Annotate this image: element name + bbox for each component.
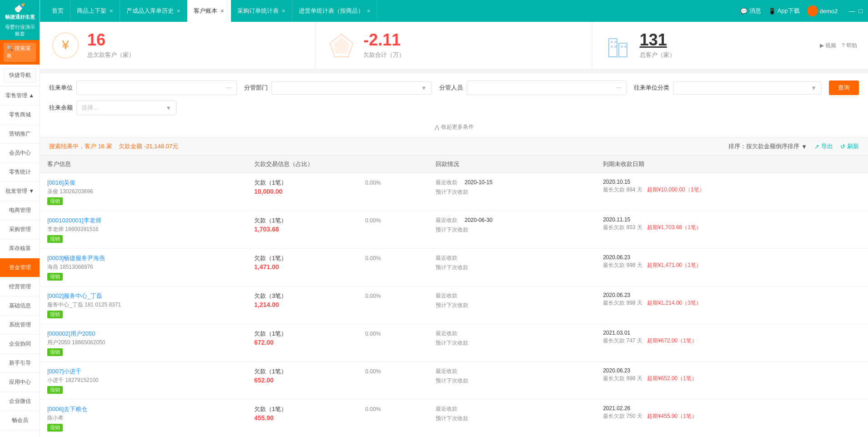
sidebar-item-enterprise-collab[interactable]: 企业协同 bbox=[0, 335, 40, 354]
customer-name-link[interactable]: [0006]去下粮仓 bbox=[47, 405, 240, 413]
collapse-btn[interactable]: ⋀ 收起更多条件 bbox=[49, 121, 859, 134]
filter-dept-select[interactable]: ▼ bbox=[271, 81, 432, 95]
customer-name-link[interactable]: [0002]服务中心_丁磊 bbox=[47, 292, 240, 300]
sidebar-item-wechat[interactable]: 企业微信 bbox=[0, 392, 40, 411]
svg-rect-9 bbox=[614, 45, 617, 48]
debt-percent-cell: 0.00% bbox=[358, 324, 428, 362]
tab-purchase-stats[interactable]: 采购订单统计表 ✕ bbox=[231, 0, 292, 22]
overdue-amount-link[interactable]: 超期¥652.00（1笔） bbox=[647, 375, 697, 382]
user-avatar[interactable]: demo2 bbox=[807, 5, 838, 16]
tab-close-production[interactable]: ✕ bbox=[176, 8, 181, 14]
filter-category-label: 往来单位分类 bbox=[634, 84, 669, 92]
message-btn[interactable]: 💬 消息 bbox=[740, 7, 761, 15]
filter-manager-input[interactable]: ··· bbox=[467, 80, 627, 95]
overdue-date: 2020.06.23 bbox=[603, 292, 861, 298]
total-customers-number: 131 bbox=[640, 32, 813, 48]
debt-percent-cell: 0.00% bbox=[358, 400, 428, 437]
svg-rect-8 bbox=[611, 45, 613, 48]
overdue-date: 2020.10.15 bbox=[603, 179, 861, 185]
sidebar-item-retail-mgmt[interactable]: 零售管理 ▲ bbox=[0, 86, 40, 105]
customer-name-link[interactable]: [0003]畅捷服务尹海燕 bbox=[47, 254, 240, 262]
customer-contact: 用户2050 18665062050 bbox=[47, 339, 240, 347]
debt-count-cell: 欠款（1笔） 672.00 bbox=[247, 324, 358, 362]
sidebar-item-wholesale-mgmt[interactable]: 批发管理 ▼ bbox=[0, 182, 40, 201]
minimize-btn[interactable]: — bbox=[849, 7, 855, 15]
sidebar-item-retail-stats[interactable]: 零售统计 bbox=[0, 163, 40, 182]
retail-stats-label: 零售统计 bbox=[4, 168, 36, 176]
customer-info-cell: [0016]吴俊 吴俊 13026203696 现销 bbox=[40, 173, 247, 211]
tab-close-product-listing[interactable]: ✕ bbox=[109, 8, 113, 14]
customer-name-link[interactable]: [000002]用户2050 bbox=[47, 330, 240, 338]
sidebar-item-member-plus[interactable]: 畅会员 bbox=[0, 411, 40, 430]
tab-close-purchase[interactable]: ✕ bbox=[281, 8, 286, 14]
table-row: [000002]用户2050 用户2050 18665062050 现销 欠款（… bbox=[40, 324, 868, 362]
due-date-cell: 2020.11.15 最长欠款 853 天 超期¥1,703.68（1笔） bbox=[596, 211, 868, 249]
overdue-amount-link[interactable]: 超期¥455.90（1笔） bbox=[647, 413, 697, 419]
customer-name-link[interactable]: [0016]吴俊 bbox=[47, 179, 240, 187]
sidebar-item-member[interactable]: 会员中心 bbox=[0, 144, 40, 163]
tab-close-purchase-product[interactable]: ✕ bbox=[366, 8, 371, 14]
customer-name-link[interactable]: [0001020001]李老师 bbox=[47, 216, 240, 225]
sidebar-item-operations[interactable]: 经营管理 bbox=[0, 277, 40, 296]
enterprise-collab-label: 企业协同 bbox=[4, 340, 36, 348]
debt-percent-cell: 0.00% bbox=[358, 286, 428, 324]
search-menu-btn[interactable]: 🔍 搜索菜单 bbox=[4, 43, 36, 62]
quick-nav-btn[interactable]: 快捷导航 bbox=[4, 68, 36, 82]
customer-info-cell: [0001020001]李老师 李老师 18600391516 现销 bbox=[40, 211, 247, 249]
due-date-cell: 2021.03.01 最长欠款 747 天 超期¥672.00（1笔） bbox=[596, 324, 868, 362]
refresh-btn[interactable]: ↺ 刷新 bbox=[840, 142, 859, 151]
tab-home[interactable]: 首页 bbox=[45, 0, 70, 22]
sidebar-item-basic-info[interactable]: 基础信息 bbox=[0, 296, 40, 316]
export-btn[interactable]: ↗ 导出 bbox=[814, 142, 833, 151]
recovery-info: 最近收款 2020-06-30 bbox=[436, 216, 588, 224]
sort-btn[interactable]: 排序：按欠款金额倒序排序 ▼ bbox=[728, 142, 807, 151]
filter-row-2: 往来余额 选择... ▼ bbox=[49, 100, 859, 115]
recovery-next: 预计下次收款 bbox=[436, 264, 588, 271]
sidebar-item-finance[interactable]: 资金管理 bbox=[0, 258, 40, 277]
debt-percent: 0.00% bbox=[365, 368, 421, 375]
video-btn[interactable]: ▶ 视频 bbox=[820, 42, 836, 50]
debt-total-label: 欠款合计（万） bbox=[363, 51, 581, 59]
sidebar-item-app-center[interactable]: 应用中心 bbox=[0, 373, 40, 392]
total-customers-label: 总客户（家） bbox=[640, 51, 813, 59]
search-btn[interactable]: 查询 bbox=[829, 80, 859, 95]
search-icon: 🔍 bbox=[6, 45, 13, 51]
due-date-cell: 2020.06.23 最长欠款 998 天 超期¥1,471.00（1笔） bbox=[596, 249, 868, 286]
tab-customer-account[interactable]: 客户账本 ✕ bbox=[187, 0, 231, 22]
stat-card-debt-total: -2.11 欠款合计（万） bbox=[316, 22, 592, 69]
overdue-amount-link[interactable]: 超期¥10,000.00（1笔） bbox=[647, 186, 705, 193]
overdue-days: 最长欠款 853 天 超期¥1,703.68（1笔） bbox=[603, 224, 861, 231]
sidebar-item-retail-mall[interactable]: 零售商城 bbox=[0, 105, 40, 125]
tab-product-listing[interactable]: 商品上下架 ✕ bbox=[70, 0, 120, 22]
overdue-amount-link[interactable]: 超期¥1,703.68（1笔） bbox=[647, 224, 702, 231]
overdue-amount-link[interactable]: 超期¥1,471.00（1笔） bbox=[647, 262, 702, 268]
tab-production-history[interactable]: 产成品入库单历史 ✕ bbox=[120, 0, 187, 22]
debt-count: 欠款（1笔） bbox=[254, 254, 351, 262]
filter-balance-select[interactable]: 选择... ▼ bbox=[76, 100, 176, 115]
overdue-amount-link[interactable]: 超期¥1,214.00（3笔） bbox=[647, 300, 702, 306]
filter-row-1: 往来单位 ··· 分管部门 ▼ 分管人员 bbox=[49, 80, 859, 95]
debt-count: 欠款（1笔） bbox=[254, 405, 351, 413]
app-download-btn[interactable]: 📱 App下载 bbox=[768, 7, 800, 15]
filter-category-select[interactable]: ▼ bbox=[673, 81, 822, 95]
tab-close-customer[interactable]: ✕ bbox=[220, 8, 224, 14]
sidebar-item-purchase[interactable]: 采购管理 bbox=[0, 220, 40, 239]
help-btn[interactable]: ? 帮助 bbox=[842, 42, 857, 50]
result-actions: 排序：按欠款金额倒序排序 ▼ ↗ 导出 ↺ 刷新 bbox=[728, 142, 859, 151]
tab-purchase-product-stats[interactable]: 进货单统计表（按商品） ✕ bbox=[292, 0, 377, 22]
overdue-amount-link[interactable]: 超期¥672.00（1笔） bbox=[647, 337, 697, 344]
sidebar-item-ecommerce[interactable]: 电商管理 bbox=[0, 201, 40, 220]
customer-name-link[interactable]: [0007]小进千 bbox=[47, 367, 240, 376]
sidebar-item-system[interactable]: 系统管理 bbox=[0, 316, 40, 335]
filter-counterparty-input[interactable]: ··· bbox=[76, 80, 237, 95]
wechat-label: 企业微信 bbox=[4, 397, 36, 405]
sidebar-item-marketing[interactable]: 营销推广 bbox=[0, 125, 40, 144]
maximize-btn[interactable]: □ bbox=[859, 7, 863, 15]
sidebar-item-newbie-guide[interactable]: 新手引导 bbox=[0, 354, 40, 373]
sidebar-item-inventory[interactable]: 库存核算 bbox=[0, 239, 40, 258]
app-logo[interactable]: 🍼 畅捷通好生意 bbox=[0, 0, 40, 22]
newbie-guide-label: 新手引导 bbox=[4, 359, 36, 367]
recovery-cell: 最近收款 预计下次收款 bbox=[428, 400, 596, 437]
recovery-info: 最近收款 2020-10-15 bbox=[436, 179, 588, 186]
logo-icon: 🍼 bbox=[14, 3, 25, 13]
